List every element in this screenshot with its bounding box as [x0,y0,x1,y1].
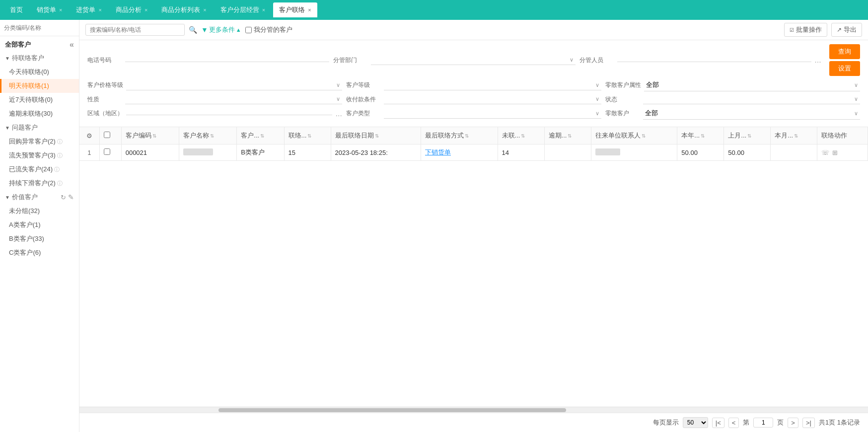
nature-select[interactable]: ∨ [125,94,342,104]
manager-dots-icon[interactable]: … [814,56,821,64]
cell-contact-count: 15 [284,144,331,161]
close-purchase-icon[interactable]: × [98,7,101,13]
advanced-filter-panel: 电话号码 分管部门 ∨ 分管人员 … 查询 设置 [79,40,868,127]
close-customer-segment-icon[interactable]: × [262,7,265,13]
sidebar-search-input[interactable] [4,24,78,31]
value-group-label: ▼ 价值客户 ↻ ✎ [0,190,79,204]
sidebar-item-today-pending[interactable]: 今天待联络(0) [0,65,79,79]
filter-cell-manager: 分管人员 … [579,56,821,65]
retail-attr-select[interactable]: 全部 ∨ [644,79,860,91]
region-dots-icon[interactable]: … [335,110,342,118]
info-icon-1: ⓘ [57,152,63,159]
next-page-button[interactable]: > [788,418,798,428]
close-product-analysis-icon[interactable]: × [145,7,147,13]
info-icon-0: ⓘ [57,138,63,145]
close-product-list-icon[interactable]: × [203,7,206,13]
set-button[interactable]: 设置 [829,61,860,76]
last-method-link[interactable]: 下销货单 [425,148,451,156]
customer-level-select[interactable]: ∨ [384,80,601,90]
sidebar-search-container: 🔍 [0,20,79,36]
close-sales-icon[interactable]: × [59,7,62,13]
customer-type-select[interactable]: ∨ [384,109,601,119]
main-search-input[interactable] [85,24,185,36]
col-uncontacted: 未联...⇅ [498,127,544,144]
prev-page-button[interactable]: < [728,418,739,428]
last-page-button[interactable]: >| [802,418,815,428]
sidebar-item-ungrouped[interactable]: 未分组(32) [0,204,79,218]
nav-item-product-list[interactable]: 商品分析列表 × [155,2,212,17]
nav-item-home[interactable]: 首页 [4,2,29,17]
refresh-icon[interactable]: ↻ [61,194,66,201]
retail-customer-select[interactable]: 全部 ∨ [643,107,860,120]
page-number-input[interactable] [753,418,773,428]
row-checkbox[interactable] [104,148,110,155]
col-code: 客户编码⇅ [121,127,179,144]
cell-uncontacted: 14 [498,144,544,161]
filter-cell-retail-customer: 零散客户 全部 ∨ [605,107,860,120]
pending-triangle-icon: ▼ [5,56,10,61]
sidebar-item-tomorrow-pending[interactable]: 明天待联络(1) [0,79,79,93]
sidebar-item-7day-pending[interactable]: 近7天待联络(0) [0,93,79,107]
my-customers-checkbox[interactable] [245,27,252,33]
dept-select[interactable]: ∨ [371,55,575,65]
action-phone-icon[interactable]: ☏ [821,149,829,156]
status-select[interactable]: ∨ [643,94,860,104]
collapse-icon[interactable]: « [70,40,74,49]
more-conditions-button[interactable]: ▼ 更多条件 ▲ [201,25,241,34]
select-all-checkbox[interactable] [104,132,110,138]
manager-input[interactable] [617,59,811,62]
value-triangle-icon: ▼ [5,195,10,200]
sidebar-item-churned[interactable]: 已流失客户(24) ⓘ [0,162,79,176]
cell-action: ☏ ⊞ [817,144,868,161]
table-header-row: ⚙ 客户编码⇅ 客户名称⇅ 客户...⇅ 联络...⇅ 最后联络日期⇅ 最后联络… [79,127,868,144]
phone-input[interactable] [125,59,329,62]
horizontal-scrollbar[interactable] [79,407,868,413]
sidebar-item-declining[interactable]: 持续下滑客户(2) ⓘ [0,176,79,190]
sidebar-item-a-class[interactable]: A类客户(1) [0,218,79,232]
query-button[interactable]: 查询 [829,44,860,59]
filter-cell-customer-level: 客户等级 ∨ [346,80,601,90]
all-customers-header: 全部客户 « [0,36,79,51]
filter-right-actions: ☑ 批量操作 ↗ 导出 [784,23,862,37]
main-layout: 🔍 全部客户 « ▼ 待联络客户 今天待联络(0) 明天待联络(1) 近7天待联… [0,20,868,432]
col-name: 客户名称⇅ [179,127,236,144]
cell-last-method: 下销货单 [421,144,498,161]
edit-icon[interactable]: ✎ [68,193,74,201]
sidebar-item-repurchase-abnormal[interactable]: 回购异常客户(2) ⓘ [0,135,79,148]
info-icon-3: ⓘ [57,180,63,187]
sidebar-item-overdue-pending[interactable]: 逾期未联络(30) [0,107,79,121]
nav-item-customer-contact[interactable]: 客户联络 × [273,2,317,17]
filter-cell-dept: 分管部门 ∨ [333,55,575,65]
filter-row-2: 客户价格等级 ∨ 客户等级 ∨ 零散客户属性 全部 ∨ [87,79,860,91]
col-contact: 联络...⇅ [284,127,331,144]
close-customer-contact-icon[interactable]: × [308,7,311,13]
cell-code: 000021 [121,144,179,161]
sidebar-item-b-class[interactable]: B类客户(33) [0,232,79,246]
cell-index: 1 [79,144,99,161]
payment-select[interactable]: ∨ [384,94,601,104]
my-customers-checkbox-container: 我分管的客户 [245,25,292,34]
col-type: 客户...⇅ [237,127,284,144]
cell-this-year: 50.00 [677,144,724,161]
export-button[interactable]: ↗ 导出 [831,23,862,37]
top-nav: 首页 销货单 × 进货单 × 商品分析 × 商品分析列表 × 客户分层经营 × … [0,0,868,20]
nav-item-product-analysis[interactable]: 商品分析 × [110,2,153,17]
batch-op-button[interactable]: ☑ 批量操作 [784,23,827,37]
sidebar-item-c-class[interactable]: C类客户(6) [0,246,79,260]
nav-item-purchase[interactable]: 进货单 × [70,2,107,17]
action-grid-icon[interactable]: ⊞ [832,149,838,156]
table-row: 1 000021 B类客户 15 2023-05-23 18:25: 下销货单 … [79,144,868,161]
info-icon-2: ⓘ [54,166,60,173]
scrollbar-thumb[interactable] [218,408,566,412]
main-search-button[interactable]: 🔍 [189,26,197,34]
gear-settings-icon[interactable]: ⚙ [86,132,92,140]
filter-cell-payment: 收付款条件 ∨ [346,94,601,104]
first-page-button[interactable]: |< [712,418,724,428]
sidebar-item-churn-warning[interactable]: 流失预警客户(3) ⓘ [0,148,79,162]
region-input[interactable] [126,112,332,115]
price-level-select[interactable]: ∨ [126,80,342,90]
nav-item-customer-segment[interactable]: 客户分层经营 × [215,2,271,17]
nav-item-sales[interactable]: 销货单 × [31,2,68,17]
filter-cell-price-level: 客户价格等级 ∨ [87,80,342,90]
per-page-select[interactable]: 50 100 200 [683,417,708,428]
